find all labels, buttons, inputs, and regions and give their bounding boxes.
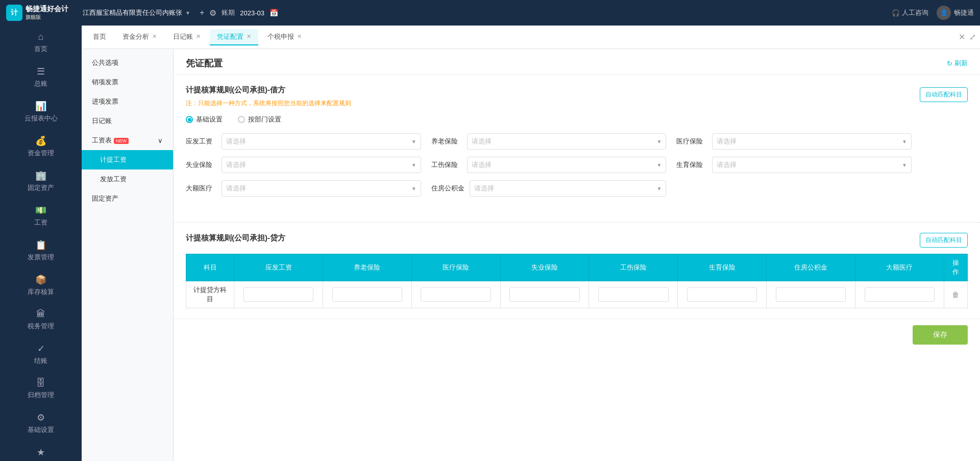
field-unemployment: 失业保险 请选择 ▼ xyxy=(186,157,421,173)
left-menu-purchase[interactable]: 进项发票 xyxy=(82,92,173,111)
select-housing[interactable]: 请选择 ▼ xyxy=(470,180,667,197)
sidebar-item-inventory[interactable]: 📦 库存核算 xyxy=(0,268,82,303)
company-dropdown-arrow: ▼ xyxy=(185,10,190,16)
sidebar-label-tax: 税务管理 xyxy=(28,322,54,331)
credit-table: 科目 应发工资 养老保险 医疗保险 失业保险 工伤保险 生育保险 住房公积金 大… xyxy=(186,254,968,308)
label-pension: 养老保险 xyxy=(431,137,462,146)
sidebar-label-invoice: 发票管理 xyxy=(28,253,54,262)
user-area[interactable]: 👤 畅捷通 xyxy=(937,6,974,20)
input-medical-large[interactable] xyxy=(865,287,935,302)
save-button[interactable]: 保存 xyxy=(913,325,968,345)
col-action: 操作 xyxy=(944,254,967,281)
debit-section: 计提核算规则(公司承担)-借方 注：只能选择一种方式，系统将按照您当前的选择来配… xyxy=(174,75,980,217)
tab-voucher-close[interactable]: ✕ xyxy=(247,33,251,40)
ledger-icon: ☰ xyxy=(37,66,45,77)
input-pension[interactable] xyxy=(332,287,403,302)
select-pension-placeholder: 请选择 xyxy=(472,137,492,146)
left-menu-sales[interactable]: 销项发票 xyxy=(82,72,173,92)
cell-unemployment xyxy=(500,281,589,308)
field-pension: 养老保险 请选择 ▼ xyxy=(431,133,667,150)
sidebar-item-archive[interactable]: 🗄 归档管理 xyxy=(0,372,82,406)
select-unemployment-arrow: ▼ xyxy=(411,162,416,168)
field-salary: 应发工资 请选择 ▼ xyxy=(186,133,421,150)
tab-voucher[interactable]: 凭证配置 ✕ xyxy=(210,29,258,45)
select-housing-placeholder: 请选择 xyxy=(474,184,494,193)
debit-form-grid: 应发工资 请选择 ▼ 养老保险 请选择 xyxy=(186,133,912,197)
sidebar-item-ledger[interactable]: ☰ 总账 xyxy=(0,60,82,94)
sidebar-item-home[interactable]: ⌂ 首页 xyxy=(0,26,82,60)
sidebar-item-report[interactable]: 📊 云报表中心 xyxy=(0,94,82,129)
sidebar-label-capital: 资金管理 xyxy=(28,149,54,158)
add-icon[interactable]: + xyxy=(200,8,204,17)
left-menu-public[interactable]: 公共选项 xyxy=(82,53,173,72)
sidebar-label-report: 云报表中心 xyxy=(24,114,58,123)
select-medical[interactable]: 请选择 ▼ xyxy=(712,133,912,150)
tab-journal-close[interactable]: ✕ xyxy=(196,33,201,40)
select-salary-placeholder: 请选择 xyxy=(226,137,246,146)
select-unemployment[interactable]: 请选择 ▼ xyxy=(222,157,421,173)
col-salary: 应发工资 xyxy=(234,254,323,281)
select-medical-arrow: ▼ xyxy=(902,139,907,144)
input-injury[interactable] xyxy=(598,287,669,302)
radio-dept[interactable]: 按部门设置 xyxy=(238,115,281,124)
radio-basic[interactable]: 基础设置 xyxy=(186,115,223,124)
tab-capital[interactable]: 资金分析 ✕ xyxy=(115,29,164,45)
left-menu-salary-table[interactable]: 工资表NEW ∨ xyxy=(82,131,173,150)
field-maternity: 生育保险 请选择 ▼ xyxy=(676,157,912,173)
sidebar-item-salary[interactable]: 💵 工资 xyxy=(0,199,82,233)
support-button[interactable]: 🎧 人工咨询 xyxy=(892,8,928,17)
refresh-button[interactable]: ↻ 刷新 xyxy=(947,59,968,68)
sidebar-item-tax[interactable]: 🏛 税务管理 xyxy=(0,303,82,337)
page-content: 公共选项 销项发票 进项发票 日记账 工资表NEW ∨ 计提工资 发放工资 固定… xyxy=(82,49,980,461)
select-injury[interactable]: 请选择 ▼ xyxy=(467,157,667,173)
sidebar-item-fixed[interactable]: 🏢 固定资产 xyxy=(0,164,82,199)
checkout-icon: ✓ xyxy=(37,343,45,354)
input-maternity[interactable] xyxy=(687,287,757,302)
expand-window-icon[interactable]: ⤢ xyxy=(969,32,976,42)
select-maternity[interactable]: 请选择 ▼ xyxy=(712,157,912,173)
calendar-icon[interactable]: 📅 xyxy=(270,9,278,17)
period-label: 账期 xyxy=(222,8,235,17)
select-salary[interactable]: 请选择 ▼ xyxy=(222,133,421,150)
select-pension[interactable]: 请选择 ▼ xyxy=(467,133,667,150)
left-menu-fixed-assets[interactable]: 固定资产 xyxy=(82,189,173,208)
sidebar-item-invoice[interactable]: 📋 发票管理 xyxy=(0,233,82,268)
input-housing[interactable] xyxy=(776,287,846,302)
sidebar-item-capital[interactable]: 💰 资金管理 xyxy=(0,129,82,164)
input-salary[interactable] xyxy=(243,287,314,302)
tab-journal[interactable]: 日记账 ✕ xyxy=(166,29,208,45)
left-menu-journal[interactable]: 日记账 xyxy=(82,111,173,131)
tab-tax[interactable]: 个税申报 ✕ xyxy=(260,29,309,45)
input-unemployment[interactable] xyxy=(509,287,580,302)
col-unemployment: 失业保险 xyxy=(500,254,589,281)
company-selector[interactable]: 江西服宝精品有限责任公司内账张 ▼ xyxy=(83,8,190,17)
sidebar-item-settings[interactable]: ⚙ 基础设置 xyxy=(0,406,82,441)
headset-icon: 🎧 xyxy=(892,9,900,17)
avatar: 👤 xyxy=(937,6,951,20)
sidebar-item-checkout[interactable]: ✓ 结账 xyxy=(0,337,82,372)
refresh-label: 刷新 xyxy=(954,59,968,68)
close-window-icon[interactable]: ✕ xyxy=(959,32,965,42)
logo-text: 畅捷通好会计 xyxy=(26,5,68,14)
input-medical[interactable] xyxy=(421,287,491,302)
sidebar-item-guide[interactable]: ★ 新手引导 xyxy=(0,441,82,461)
cell-action: 🗑 xyxy=(944,281,967,308)
cell-medical xyxy=(411,281,500,308)
col-maternity: 生育保险 xyxy=(678,254,767,281)
tab-home[interactable]: 首页 xyxy=(86,29,113,45)
auto-match-debit-button[interactable]: 自动匹配科目 xyxy=(920,87,968,102)
left-menu-pay-salary[interactable]: 发放工资 xyxy=(82,169,173,189)
left-menu-calc-salary[interactable]: 计提工资 xyxy=(82,150,173,169)
cell-injury xyxy=(589,281,678,308)
tab-capital-close[interactable]: ✕ xyxy=(152,33,157,40)
tab-tax-close[interactable]: ✕ xyxy=(297,33,302,40)
company-name: 江西服宝精品有限责任公司内账张 xyxy=(83,8,182,17)
delete-row-icon[interactable]: 🗑 xyxy=(952,290,959,299)
field-medical-large: 大额医疗 请选择 ▼ xyxy=(186,180,421,197)
select-medical-large[interactable]: 请选择 ▼ xyxy=(222,180,421,197)
auto-match-credit-button[interactable]: 自动匹配科目 xyxy=(920,233,968,248)
save-btn-area: 保存 xyxy=(174,319,980,351)
capital-icon: 💰 xyxy=(35,135,46,147)
credit-section-title: 计提核算规则(公司承担)-贷方 xyxy=(186,233,285,243)
settings-icon[interactable]: ⚙ xyxy=(209,8,216,18)
